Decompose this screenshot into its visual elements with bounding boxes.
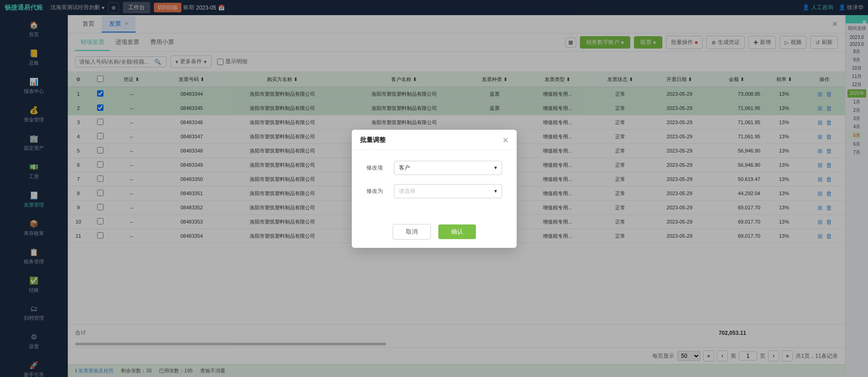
modal-footer: 取消 确认 bbox=[352, 219, 517, 248]
batch-adjust-modal: 批量调整 ✕ 修改项 客户 ▾ 修改为 请选择 ▾ 取消 确认 bbox=[352, 130, 517, 248]
modal-field-select[interactable]: 客户 ▾ bbox=[394, 161, 502, 175]
modal-close-btn[interactable]: ✕ bbox=[502, 136, 508, 145]
modal-change-label: 修改为 bbox=[366, 187, 388, 195]
modal-cancel-btn[interactable]: 取消 bbox=[393, 224, 431, 240]
modal-body: 修改项 客户 ▾ 修改为 请选择 ▾ bbox=[352, 150, 517, 219]
modal-overlay: 批量调整 ✕ 修改项 客户 ▾ 修改为 请选择 ▾ 取消 确认 bbox=[0, 0, 868, 377]
modal-field-row: 修改项 客户 ▾ bbox=[366, 161, 502, 175]
modal-change-row: 修改为 请选择 ▾ bbox=[366, 184, 502, 198]
modal-header: 批量调整 ✕ bbox=[352, 130, 517, 150]
modal-field-value: 客户 bbox=[399, 164, 410, 172]
modal-change-select[interactable]: 请选择 ▾ bbox=[394, 184, 502, 198]
modal-field-dropdown-icon: ▾ bbox=[494, 164, 497, 171]
modal-change-placeholder: 请选择 bbox=[399, 187, 415, 195]
modal-change-dropdown-icon: ▾ bbox=[494, 188, 497, 194]
modal-field-label: 修改项 bbox=[366, 164, 388, 172]
modal-title: 批量调整 bbox=[360, 136, 386, 144]
modal-confirm-btn[interactable]: 确认 bbox=[438, 224, 476, 239]
